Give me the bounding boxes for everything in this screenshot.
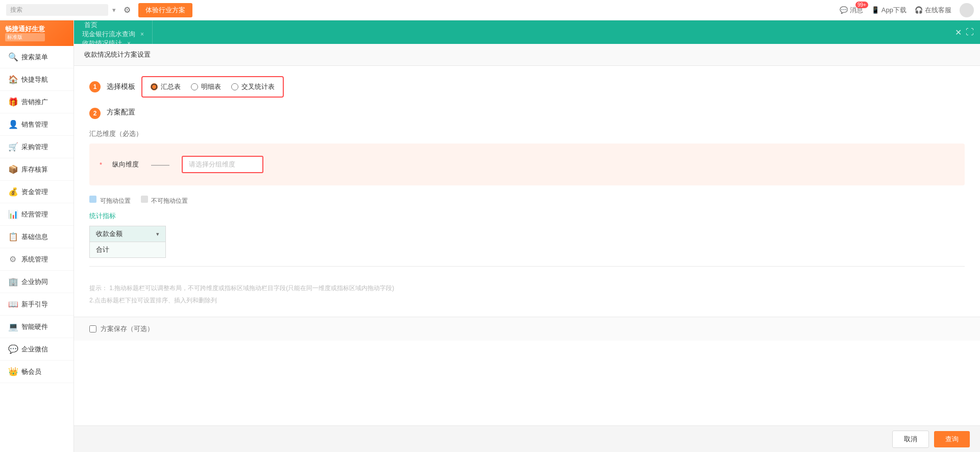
- cancel-button[interactable]: 取消: [892, 431, 929, 448]
- divider: [89, 266, 965, 267]
- section-content: 1 选择模板 汇总表 明细表 交叉统计表: [74, 66, 980, 317]
- tab-label: 现金银行流水查询: [82, 30, 135, 39]
- stats-column-label: 收款金额: [96, 229, 122, 239]
- close-window-icon[interactable]: ✕: [955, 28, 962, 37]
- basic-info-icon: 📋: [8, 232, 17, 242]
- radio-detail[interactable]: 明细表: [191, 82, 221, 91]
- sidebar-item-wechat[interactable]: 💬企业微信: [0, 338, 74, 361]
- sidebar-item-label: 智能硬件: [21, 322, 48, 331]
- sidebar-item-sales[interactable]: 👤销售管理: [0, 113, 74, 136]
- stats-header[interactable]: 收款金额 ▾: [90, 226, 165, 242]
- sidebar-item-label: 企业微信: [21, 345, 48, 354]
- marketing-icon: 🎁: [8, 97, 17, 107]
- guide-icon: 📖: [8, 299, 17, 309]
- step1-row: 1 选择模板 汇总表 明细表 交叉统计表: [89, 76, 965, 98]
- sidebar-item-label: 畅会员: [21, 367, 41, 376]
- tab-bar: 首页现金银行流水查询×收款情况统计×新建方案× ✕ ⛶: [74, 20, 980, 44]
- wechat-icon: 💬: [8, 344, 17, 354]
- sidebar-item-enterprise[interactable]: 🏢企业协同: [0, 271, 74, 293]
- radio-cross[interactable]: 交叉统计表: [231, 82, 275, 91]
- page-content: 收款情况统计方案设置 1 选择模板 汇总表 明细表: [74, 44, 980, 425]
- app-download-button[interactable]: 📱 App下载: [871, 6, 906, 15]
- sidebar-item-label: 采购管理: [21, 142, 48, 152]
- save-label: 方案保存（可选）: [101, 324, 154, 334]
- radio-detail-label: 明细表: [201, 82, 221, 91]
- settings-icon[interactable]: ⚙: [120, 3, 134, 17]
- dimension-section-title: 汇总维度（必选）: [89, 129, 965, 138]
- sidebar-item-label: 基础信息: [21, 232, 48, 242]
- tab-items: 首页现金银行流水查询×收款情况统计×新建方案×: [74, 20, 153, 44]
- sidebar-item-purchase[interactable]: 🛒采购管理: [0, 136, 74, 158]
- step2-row: 2 方案配置: [89, 108, 965, 119]
- content-area: 首页现金银行流水查询×收款情况统计×新建方案× ✕ ⛶ 收款情况统计方案设置 1…: [74, 20, 980, 452]
- footer-save: 方案保存（可选）: [74, 317, 980, 341]
- query-button[interactable]: 查询: [934, 431, 970, 447]
- chevron-down-icon: ▾: [112, 6, 116, 14]
- sidebar-item-label: 营销推广: [21, 98, 48, 107]
- radio-cross-label: 交叉统计表: [241, 82, 275, 91]
- industry-button[interactable]: 体验行业方案: [138, 3, 192, 17]
- logo-badge: 标准版: [5, 33, 45, 41]
- sidebar-item-capital[interactable]: 💰资金管理: [0, 181, 74, 203]
- sidebar-item-search-menu[interactable]: 🔍搜索菜单: [0, 46, 74, 68]
- sidebar-item-label: 资金管理: [21, 187, 48, 197]
- customer-service-button[interactable]: 🎧 在线客服: [915, 6, 951, 15]
- maximize-icon[interactable]: ⛶: [966, 28, 974, 37]
- sidebar-item-hardware[interactable]: 💻智能硬件: [0, 316, 74, 338]
- tab-close-icon[interactable]: ×: [140, 31, 144, 38]
- legend-fixed: 不可拖动位置: [141, 196, 188, 205]
- radio-summary-label: 汇总表: [161, 82, 181, 91]
- dimension-input[interactable]: 请选择分组维度: [182, 156, 263, 173]
- movable-dot: [89, 196, 96, 203]
- step2-label: 方案配置: [107, 108, 135, 117]
- template-section: 汇总表 明细表 交叉统计表: [141, 76, 284, 98]
- radio-cross-input[interactable]: [231, 83, 238, 90]
- indicator-legend: 可拖动位置 不可拖动位置: [89, 196, 965, 205]
- dropdown-arrow-icon[interactable]: ▾: [156, 231, 159, 237]
- radio-summary-input[interactable]: [151, 83, 158, 90]
- radio-detail-input[interactable]: [191, 83, 198, 90]
- system-icon: ⚙: [8, 254, 17, 264]
- inventory-icon: 📦: [8, 164, 17, 174]
- dimension-row: * 纵向维度 —— 请选择分组维度: [100, 156, 954, 173]
- avatar[interactable]: [960, 3, 974, 17]
- member-icon: 👑: [8, 367, 17, 376]
- sidebar-item-member[interactable]: 👑畅会员: [0, 361, 74, 383]
- hint-1: 提示： 1.拖动标题栏可以调整布局，不可跨维度或指标区域拖动栏目字段(只能在同一…: [89, 282, 965, 294]
- message-badge: 99+: [855, 2, 868, 8]
- sidebar-items: 🔍搜索菜单🏠快捷导航🎁营销推广👤销售管理🛒采购管理📦库存核算💰资金管理📊经营管理…: [0, 46, 74, 383]
- top-bar: 搜索 ▾ ⚙ 体验行业方案 💬 消息 99+ 📱 App下载 🎧 在线客服: [0, 0, 980, 20]
- purchase-icon: 🛒: [8, 142, 17, 152]
- sidebar-item-system[interactable]: ⚙系统管理: [0, 248, 74, 271]
- radio-summary[interactable]: 汇总表: [151, 82, 181, 91]
- sidebar-logo: 畅捷通好生意 标准版: [0, 20, 74, 46]
- stats-row: 合计: [90, 242, 165, 257]
- sidebar-item-label: 经营管理: [21, 210, 48, 219]
- sidebar-item-guide[interactable]: 📖新手引导: [0, 293, 74, 316]
- sidebar-item-label: 销售管理: [21, 120, 48, 129]
- sidebar-item-basic-info[interactable]: 📋基础信息: [0, 226, 74, 248]
- step1-circle: 1: [89, 81, 101, 92]
- sidebar-item-operation[interactable]: 📊经营管理: [0, 203, 74, 226]
- save-checkbox[interactable]: [89, 325, 96, 332]
- sidebar-item-marketing[interactable]: 🎁营销推广: [0, 91, 74, 113]
- tab-label: 首页: [84, 20, 97, 30]
- hardware-icon: 💻: [8, 322, 17, 331]
- bottom-bar: 取消 查询: [74, 425, 980, 452]
- fixed-dot: [141, 196, 148, 203]
- arrow-connector: ——: [151, 159, 169, 170]
- capital-icon: 💰: [8, 187, 17, 197]
- hint-2: 2.点击标题栏下拉可设置排序、插入列和删除列: [89, 294, 965, 306]
- sidebar-item-label: 搜索菜单: [21, 53, 48, 62]
- sidebar-item-quick-nav[interactable]: 🏠快捷导航: [0, 68, 74, 91]
- sidebar-item-inventory[interactable]: 📦库存核算: [0, 158, 74, 181]
- dimension-row-label: 纵向维度: [112, 160, 139, 169]
- message-button[interactable]: 💬 消息 99+: [840, 6, 863, 15]
- tab-cash-flow[interactable]: 现金银行流水查询×: [74, 30, 153, 39]
- top-bar-right: 💬 消息 99+ 📱 App下载 🎧 在线客服: [840, 3, 974, 17]
- dimension-area: * 纵向维度 —— 请选择分组维度: [89, 144, 965, 185]
- sidebar-item-label: 企业协同: [21, 277, 48, 287]
- tab-home[interactable]: 首页: [74, 20, 153, 30]
- stats-table: 收款金额 ▾ 合计: [89, 226, 166, 258]
- sidebar-item-label: 新手引导: [21, 300, 48, 309]
